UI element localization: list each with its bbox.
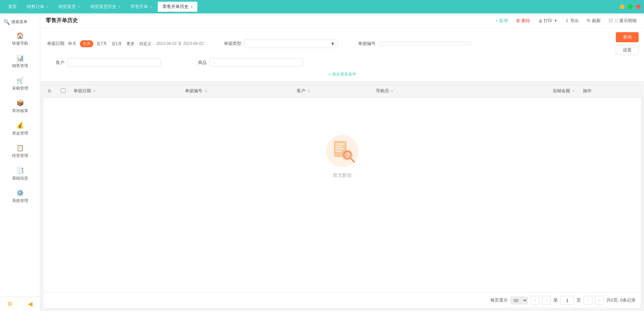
sidebar-item-basic-info[interactable]: 📑 基础信息 — [0, 163, 40, 185]
select-all-checkbox[interactable] — [61, 88, 65, 93]
date-last1month-btn[interactable]: 近1月 — [110, 40, 123, 47]
date-shortcuts: 昨天 今天 近7天 近1月 更多 自定义 2023-06-02 至 2023-0… — [67, 40, 204, 47]
filter-doctype-select[interactable]: ▼ — [244, 40, 338, 48]
data-table: ⚙ 单据日期 ⇅ 单据编号 ⇅ — [43, 85, 641, 98]
tab-sales-order[interactable]: 销售订单 × — [22, 2, 53, 12]
sidebar-item-finance[interactable]: 💰 资金管理 — [0, 118, 40, 140]
th-docno-sort-icon[interactable]: ⇅ — [204, 89, 207, 93]
date-today-btn[interactable]: 今天 — [80, 40, 93, 47]
delete-button[interactable]: 🗑 删除 — [514, 16, 532, 25]
th-guide-sort-icon[interactable]: ⇅ — [391, 89, 393, 93]
tab-sales-return-history[interactable]: 销货退货历史 × — [86, 2, 125, 12]
th-guide-label: 导购员 — [376, 88, 389, 93]
prev-page-btn[interactable]: ‹ — [542, 296, 551, 305]
filter-customer-input[interactable]: ··· — [67, 58, 161, 67]
date-range-display: 2023-06-02 至 2023-06-02 — [156, 41, 203, 47]
table-header-row: ⚙ 单据日期 ⇅ 单据编号 ⇅ — [43, 85, 641, 98]
data-table-wrapper: ⚙ 单据日期 ⇅ 单据编号 ⇅ — [43, 84, 641, 308]
tab-sales-order-label: 销售订单 — [27, 4, 44, 10]
print-button-label: 🖨 打印 — [538, 18, 553, 24]
th-guide: 导购员 ⇅ — [372, 85, 467, 98]
window-maximize-button[interactable] — [628, 4, 633, 9]
svg-rect-5 — [336, 151, 342, 152]
last-page-btn[interactable]: » — [595, 296, 604, 305]
query-settings-col: 查询 设置 — [616, 32, 639, 55]
tab-home[interactable]: 首页 — [3, 2, 21, 12]
sidebar-item-sales-mgmt-label: 销售管理 — [12, 63, 28, 69]
filter-goods-input[interactable]: ··· — [209, 58, 303, 67]
sidebar-item-sales-mgmt[interactable]: 📊 销售管理 — [0, 50, 40, 73]
sidebar-item-basic-info-label: 基础信息 — [12, 175, 28, 181]
page-title: 零售开单历史 — [46, 17, 78, 24]
date-last7-btn[interactable]: 近7天 — [95, 40, 108, 47]
date-more-btn[interactable]: 更多 — [125, 40, 136, 47]
th-customer: 客户 ⇅ — [293, 85, 372, 98]
page-of-label: 页 — [577, 297, 581, 303]
collapse-filter-btn[interactable]: ∧ 收起更多条件 — [46, 70, 639, 79]
delete-button-label: 🗑 删除 — [516, 18, 530, 24]
page-size-select[interactable]: 50 10 20 100 — [510, 297, 528, 304]
first-page-btn[interactable]: « — [531, 296, 539, 305]
print-button[interactable]: 🖨 打印 ▼ — [536, 16, 559, 25]
next-page-btn[interactable]: › — [584, 296, 592, 305]
tab-sales-return-close[interactable]: × — [78, 5, 80, 9]
filter-doctype-item: 单据类型 ▼ — [222, 40, 338, 48]
total-info: 共0页, 0条记录 — [606, 297, 636, 303]
refresh-button[interactable]: ↻ 刷新 — [585, 16, 603, 25]
tab-sales-return[interactable]: 销货退货 × — [54, 2, 85, 12]
empty-svg — [326, 134, 359, 168]
sidebar-search[interactable]: 🔍 搜索菜单 — [0, 16, 40, 28]
table-settings-icon[interactable]: ⚙ — [47, 88, 52, 94]
display-detail-label: □ 显示明细 — [615, 18, 637, 24]
sidebar-item-purchase-mgmt[interactable]: 🛒 采购管理 — [0, 73, 40, 95]
display-detail-button[interactable]: ☐ □ 显示明细 — [607, 16, 639, 25]
th-date-sort-icon[interactable]: ⇅ — [93, 89, 96, 93]
th-date-label: 单据日期 — [73, 88, 91, 93]
filter-panel: 单据日期 昨天 今天 近7天 近1月 更多 自定义 2023-06-02 至 2… — [40, 28, 644, 82]
window-close-button[interactable] — [636, 4, 641, 9]
filter-settings-button[interactable]: 设置 — [616, 45, 639, 55]
date-custom-btn[interactable]: 自定义 — [138, 40, 153, 47]
tab-sales-order-close[interactable]: × — [46, 5, 48, 9]
th-amount: 实销金额 ⇅ — [467, 85, 579, 98]
basic-info-icon: 📑 — [16, 167, 24, 174]
tab-retail-open[interactable]: 零售开单 × — [126, 2, 157, 12]
window-minimize-button[interactable] — [620, 4, 625, 9]
filter-date-item: 单据日期 昨天 今天 近7天 近1月 更多 自定义 2023-06-02 至 2… — [46, 40, 204, 47]
operations-icon: 📋 — [16, 144, 24, 152]
sidebar-settings-icon[interactable]: ⚙ — [7, 300, 13, 308]
page-size-label: 每页显示 — [490, 297, 508, 303]
tab-retail-open-label: 零售开单 — [131, 4, 148, 10]
pagination: 每页显示 50 10 20 100 « ‹ 第 页 › » 共0页, 0条记录 — [43, 292, 641, 308]
toolbar-actions: + 新增 🗑 删除 🖨 打印 ▼ ⇩ 导出 ↻ 刷新 ☐ □ 显示明细 — [493, 16, 639, 25]
tab-sales-return-history-close[interactable]: × — [118, 5, 120, 9]
page-label: 第 — [553, 297, 558, 303]
sidebar-item-operations[interactable]: 📋 经营管理 — [0, 140, 40, 163]
tab-sales-return-label: 销货退货 — [58, 4, 76, 10]
filter-docno-input[interactable] — [378, 42, 472, 45]
th-customer-sort-icon[interactable]: ⇅ — [307, 89, 310, 93]
date-yesterday-btn[interactable]: 昨天 — [67, 40, 78, 47]
window-controls — [620, 4, 641, 9]
empty-state: 暂无数据 — [43, 98, 641, 215]
tab-retail-open-close[interactable]: × — [150, 5, 152, 9]
th-amount-label: 实销金额 — [553, 88, 570, 93]
sidebar-collapse-icon[interactable]: ◀ — [28, 300, 33, 308]
table-scroll[interactable]: ⚙ 单据日期 ⇅ 单据编号 ⇅ — [43, 85, 641, 292]
sidebar-item-operations-label: 经营管理 — [12, 153, 28, 159]
new-button[interactable]: + 新增 — [493, 16, 510, 25]
sidebar-item-finance-label: 资金管理 — [12, 131, 28, 136]
tab-retail-open-history-close[interactable]: × — [191, 5, 193, 9]
display-detail-checkbox: ☐ — [609, 18, 613, 23]
page-input[interactable] — [560, 296, 574, 305]
query-button[interactable]: 查询 — [616, 32, 639, 42]
tab-retail-open-history[interactable]: 零售开单历史 × — [158, 2, 197, 12]
th-amount-sort-icon[interactable]: ⇅ — [572, 89, 575, 93]
sidebar-item-quick-nav[interactable]: 🏠 快捷导航 — [0, 28, 40, 50]
sidebar-item-sys-mgmt[interactable]: ⚙️ 系统管理 — [0, 185, 40, 208]
sidebar-item-inventory[interactable]: 📦 库存核算 — [0, 95, 40, 118]
main-layout: 🔍 搜索菜单 🏠 快捷导航 📊 销售管理 🛒 采购管理 📦 库存核算 💰 资金管… — [0, 13, 644, 311]
export-button[interactable]: ⇩ 导出 — [563, 16, 581, 25]
th-checkbox — [57, 85, 69, 98]
content-area: 零售开单历史 + 新增 🗑 删除 🖨 打印 ▼ ⇩ 导出 ↻ 刷新 — [40, 13, 644, 311]
